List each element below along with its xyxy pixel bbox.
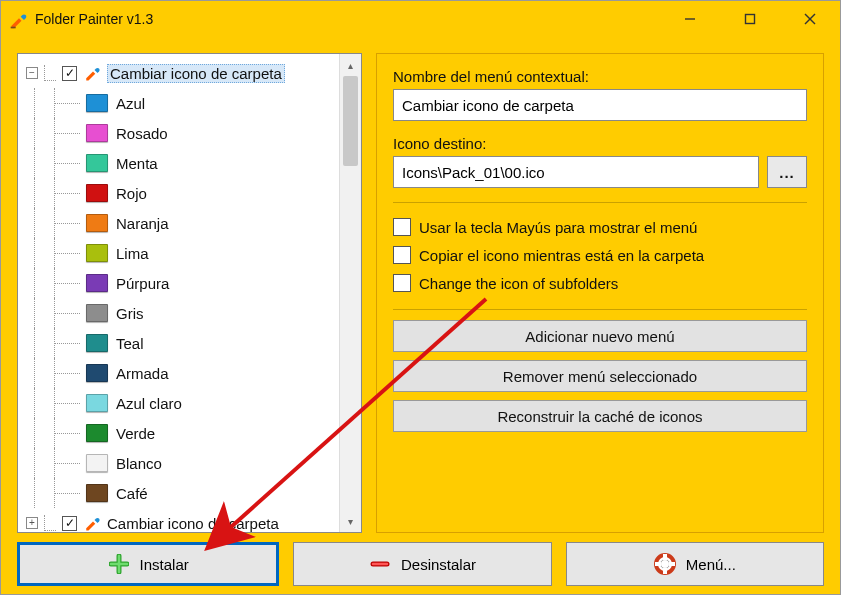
tree-item[interactable]: Café [34,478,339,508]
window-title: Folder Painter v1.3 [35,11,153,27]
svg-rect-10 [663,554,667,560]
tree-item[interactable]: Armada [34,358,339,388]
tree-item-label: Café [116,485,148,502]
color-swatch-icon [86,394,108,412]
tree-item[interactable]: Rojo [34,178,339,208]
svg-rect-13 [669,562,675,566]
tree-item[interactable]: Lima [34,238,339,268]
install-button[interactable]: Instalar [17,542,279,586]
checkbox-icon[interactable] [393,274,411,292]
color-swatch-icon [86,304,108,322]
tree-item[interactable]: Menta [34,148,339,178]
vertical-scrollbar[interactable]: ▴ ▾ [339,54,361,532]
opt-copy-label: Copiar el icono mientras está en la carp… [419,247,704,264]
tree-item[interactable]: Naranja [34,208,339,238]
uninstall-button[interactable]: Desinstalar [293,542,551,586]
tree-item-label: Gris [116,305,144,322]
bottom-toolbar: Instalar Desinstalar Menú... [17,542,824,588]
color-swatch-icon [86,214,108,232]
checkbox-icon[interactable] [393,246,411,264]
rebuild-cache-button[interactable]: Reconstruir la caché de iconos [393,400,807,432]
menu-button[interactable]: Menú... [566,542,824,586]
opt-shift-row[interactable]: Usar la tecla Mayús para mostrar el menú [393,213,807,241]
tree-item-label: Naranja [116,215,169,232]
tree-root-label: Cambiar icono de carpeta [107,64,285,83]
scroll-down-icon[interactable]: ▾ [340,510,361,532]
menu-label: Menú... [686,556,736,573]
tree-item[interactable]: Gris [34,298,339,328]
context-name-label: Nombre del menú contextual: [393,68,807,85]
tree-item[interactable]: Azul claro [34,388,339,418]
tree-root-1[interactable]: − ✓ Cambiar icono de carpeta [26,58,339,88]
tree-root-2[interactable]: + ✓ Cambiar icono de carpeta [26,508,339,532]
tree-item[interactable]: Rosado [34,118,339,148]
svg-rect-2 [746,15,755,24]
opt-subfolders-row[interactable]: Change the icon of subfolders [393,269,807,297]
settings-panel: Nombre del menú contextual: Icono destin… [376,53,824,533]
lifebuoy-icon [654,553,676,575]
collapse-icon[interactable]: − [26,67,38,79]
tree-root-label: Cambiar icono de carpeta [107,515,279,532]
tree-children: AzulRosadoMentaRojoNaranjaLimaPúrpuraGri… [34,88,339,508]
color-swatch-icon [86,484,108,502]
maximize-button[interactable] [720,1,780,37]
opt-subfolders-label: Change the icon of subfolders [419,275,618,292]
svg-point-9 [660,560,669,569]
scroll-up-icon[interactable]: ▴ [340,54,361,76]
browse-button[interactable]: ... [767,156,807,188]
scroll-thumb[interactable] [343,76,358,166]
svg-rect-12 [655,562,661,566]
opt-shift-label: Usar la tecla Mayús para mostrar el menú [419,219,697,236]
color-swatch-icon [86,454,108,472]
tree-item[interactable]: Verde [34,418,339,448]
icon-dest-input[interactable] [393,156,759,188]
tree-item[interactable]: Teal [34,328,339,358]
brush-icon [83,64,103,82]
opt-copy-row[interactable]: Copiar el icono mientras está en la carp… [393,241,807,269]
color-swatch-icon [86,334,108,352]
checkbox-icon[interactable]: ✓ [62,66,77,81]
close-button[interactable] [780,1,840,37]
remove-menu-button[interactable]: Remover menú seleccionado [393,360,807,392]
tree-view[interactable]: − ✓ Cambiar icono de carpeta AzulRosadoM… [18,54,339,532]
context-name-input[interactable] [393,89,807,121]
color-swatch-icon [86,244,108,262]
minimize-button[interactable] [660,1,720,37]
titlebar: Folder Painter v1.3 [1,1,840,37]
brush-icon [83,514,103,532]
color-swatch-icon [86,184,108,202]
tree-item-label: Verde [116,425,155,442]
tree-item-label: Azul [116,95,145,112]
tree-panel: − ✓ Cambiar icono de carpeta AzulRosadoM… [17,53,362,533]
add-menu-button[interactable]: Adicionar nuevo menú [393,320,807,352]
color-swatch-icon [86,94,108,112]
tree-item-label: Lima [116,245,149,262]
tree-item-label: Teal [116,335,144,352]
install-label: Instalar [140,556,189,573]
color-swatch-icon [86,364,108,382]
icon-dest-label: Icono destino: [393,135,807,152]
tree-item-label: Rosado [116,125,168,142]
checkbox-icon[interactable]: ✓ [62,516,77,531]
tree-item-label: Púrpura [116,275,169,292]
svg-rect-11 [663,568,667,574]
svg-rect-0 [11,27,16,29]
uninstall-label: Desinstalar [401,556,476,573]
tree-item-label: Menta [116,155,158,172]
minus-icon [369,553,391,575]
color-swatch-icon [86,424,108,442]
window-controls [660,1,840,37]
color-swatch-icon [86,274,108,292]
checkbox-icon[interactable] [393,218,411,236]
tree-item-label: Rojo [116,185,147,202]
tree-item[interactable]: Azul [34,88,339,118]
tree-item-label: Blanco [116,455,162,472]
color-swatch-icon [86,154,108,172]
tree-item-label: Azul claro [116,395,182,412]
plus-icon [108,553,130,575]
app-window: Folder Painter v1.3 − ✓ Cambiar ico [0,0,841,595]
color-swatch-icon [86,124,108,142]
tree-item[interactable]: Blanco [34,448,339,478]
expand-icon[interactable]: + [26,517,38,529]
tree-item[interactable]: Púrpura [34,268,339,298]
